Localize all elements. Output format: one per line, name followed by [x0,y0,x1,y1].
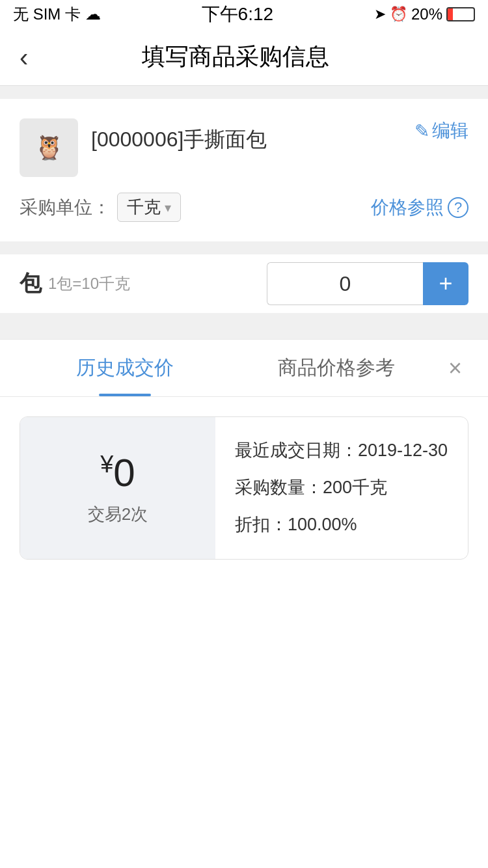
status-time: 下午6:12 [202,2,274,27]
trade-count: 交易2次 [88,503,148,526]
alarm-icon: ⏰ [390,6,407,23]
product-thumbnail: 🦉 [20,118,78,177]
signal-label: 无 SIM 卡 ☁ [13,4,101,25]
quantity-value: 0 [340,272,351,296]
product-thumb-icon: 🦉 [34,134,64,161]
purchase-qty-label: 采购数量： [235,478,323,497]
tab-price-ref-label: 商品价格参考 [278,355,395,381]
price-ref-label: 价格参照 [371,195,444,220]
edit-button[interactable]: ✎ 编辑 [414,118,468,143]
discount-label: 折扣： [235,515,288,534]
product-name: [0000006]手撕面包 [91,125,267,154]
section-divider [0,241,488,254]
currency-symbol: ¥ [100,451,113,478]
unit-icon: 包 [20,269,42,299]
price-ref-button[interactable]: 价格参照 ? [371,195,468,220]
quantity-plus-button[interactable]: + [423,262,468,305]
tab-history-price[interactable]: 历史成交价 [20,340,230,396]
status-left: 无 SIM 卡 ☁ [13,4,101,25]
unit-value: 千克 [127,196,161,219]
nav-bar: ‹ 填写商品采购信息 [0,29,488,86]
tabs-container: 历史成交价 商品价格参考 × ¥0 交易2次 最近成交日期：2019-12-30… [0,339,488,868]
quantity-box[interactable]: 0 [267,262,423,305]
unit-label: 采购单位： [20,195,111,220]
price-display: ¥0 [100,450,135,496]
tab-active-indicator [99,394,151,396]
quantity-row: 包 1包=10千克 0 + [0,254,488,313]
tab-history-label: 历史成交价 [76,355,174,381]
page-title: 填写商品采购信息 [41,41,429,73]
product-unit-row: 采购单位： 千克 ▾ 价格参照 ? [20,193,468,222]
chevron-down-icon: ▾ [165,200,171,215]
status-right: ➤ ⏰ 20% [374,5,475,23]
status-bar: 无 SIM 卡 ☁ 下午6:12 ➤ ⏰ 20% [0,0,488,29]
back-button[interactable]: ‹ [20,44,28,70]
quantity-unit-label: 包 1包=10千克 [20,269,130,299]
price-card: ¥0 交易2次 最近成交日期：2019-12-30 采购数量：200千克 折扣：… [20,416,468,560]
battery-icon [446,7,475,21]
discount-value: 100.00% [288,515,357,534]
location-icon: ➤ [374,6,386,23]
price-value: 0 [113,451,135,495]
section-divider-2 [0,313,488,326]
recent-date-row: 最近成交日期：2019-12-30 [235,437,448,465]
product-header: 🦉 [0000006]手撕面包 ✎ 编辑 [20,118,468,177]
page-rest [0,579,488,868]
price-card-right: 最近成交日期：2019-12-30 采购数量：200千克 折扣：100.00% [215,417,468,559]
unit-conversion-label: 1包=10千克 [48,273,130,294]
product-info: 🦉 [0000006]手撕面包 [20,118,267,177]
close-button[interactable]: × [442,350,468,387]
tabs-header: 历史成交价 商品价格参考 × [0,340,488,397]
battery-percent: 20% [411,5,442,23]
unit-select[interactable]: 千克 ▾ [117,193,181,222]
plus-icon: + [439,270,452,297]
edit-label: 编辑 [432,118,468,143]
purchase-qty-row: 采购数量：200千克 [235,474,448,502]
recent-date-value: 2019-12-30 [358,441,448,460]
price-ref-question-icon: ? [448,197,468,218]
price-card-area: ¥0 交易2次 最近成交日期：2019-12-30 采购数量：200千克 折扣：… [0,397,488,579]
purchase-qty-value: 200千克 [323,478,387,497]
product-card: 🦉 [0000006]手撕面包 ✎ 编辑 采购单位： 千克 ▾ 价格参照 ? [0,99,488,241]
recent-date-label: 最近成交日期： [235,441,358,460]
tab-price-ref[interactable]: 商品价格参考 [230,340,441,396]
edit-icon: ✎ [414,120,429,142]
discount-row: 折扣：100.00% [235,511,448,539]
quantity-input-area: 0 + [130,262,468,305]
price-card-left: ¥0 交易2次 [20,417,215,559]
unit-selector-group: 采购单位： 千克 ▾ [20,193,181,222]
